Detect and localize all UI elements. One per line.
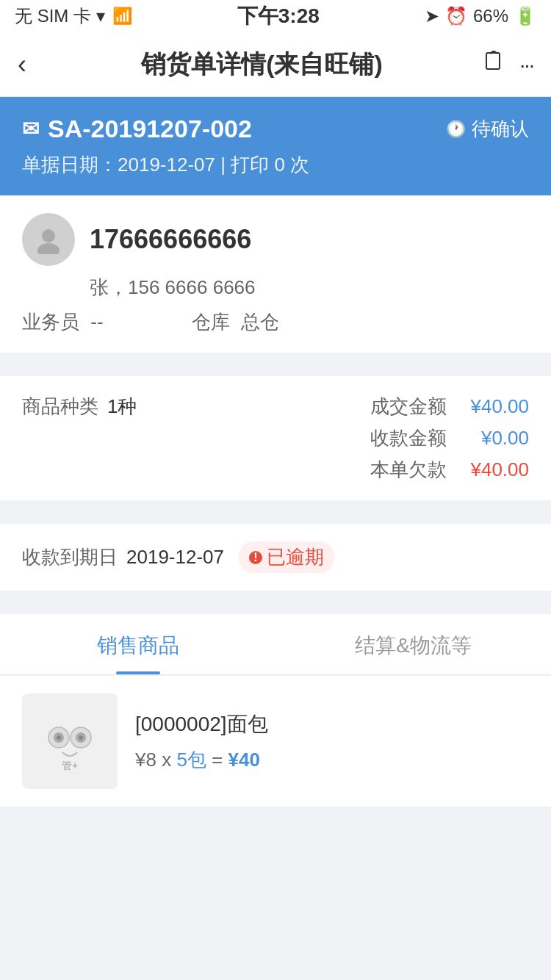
- divider-2: [0, 512, 551, 524]
- balance-value: ¥40.00: [455, 458, 529, 481]
- product-name: [0000002]面包: [135, 710, 529, 738]
- received-label: 收款金额: [370, 425, 447, 451]
- tab-sales-products[interactable]: 销售商品: [0, 614, 276, 674]
- order-header-top: ✉ SA-20191207-002 🕐 待确认: [22, 115, 529, 143]
- no-sim-text: 无 SIM 卡 ▾: [15, 4, 105, 28]
- stats-left: 商品种类 1种: [22, 394, 370, 419]
- nav-bar: ‹ 销货单详情(来自旺铺) ···: [0, 32, 551, 97]
- status-text: 待确认: [472, 116, 529, 142]
- type-value: 1种: [107, 394, 137, 419]
- nav-actions: ···: [483, 51, 533, 78]
- customer-meta: 业务员 -- 仓库 总仓: [22, 309, 529, 335]
- more-button[interactable]: ···: [519, 52, 533, 77]
- order-id-text: SA-20191207-002: [48, 115, 252, 143]
- divider-3: [0, 602, 551, 614]
- status-time: 下午3:28: [237, 2, 320, 30]
- type-label: 商品种类: [22, 394, 98, 419]
- sales-rep-label: 业务员 --: [22, 309, 104, 335]
- customer-phone: 17666666666: [90, 224, 251, 255]
- divider-1: [0, 364, 551, 376]
- balance-label: 本单欠款: [370, 457, 447, 483]
- transaction-label: 成交金额: [370, 394, 447, 419]
- due-card: 收款到期日 2019-12-07 ! 已逾期: [0, 524, 551, 591]
- tab-settlement-label: 结算&物流等: [355, 634, 472, 657]
- tab-settlement[interactable]: 结算&物流等: [276, 614, 551, 674]
- share-button[interactable]: [483, 51, 505, 78]
- content-spacer: [0, 807, 551, 954]
- wifi-icon: 📶: [112, 7, 132, 26]
- customer-name: 张，156 6666 6666: [22, 275, 529, 300]
- product-image: 管+: [22, 693, 118, 789]
- svg-point-8: [57, 735, 61, 740]
- customer-card: 17666666666 张，156 6666 6666 业务员 -- 仓库 总仓: [0, 195, 551, 353]
- received-row: 收款金额 ¥0.00: [370, 425, 529, 451]
- overdue-badge: ! 已逾期: [239, 541, 334, 573]
- status-right: ➤ ⏰ 66% 🔋: [425, 6, 536, 26]
- location-icon: ➤: [425, 6, 439, 26]
- avatar: [22, 213, 75, 266]
- stats-card: 商品种类 1种 成交金额 ¥40.00 收款金额 ¥0.00 本单欠款 ¥40.…: [0, 376, 551, 500]
- order-date: 单据日期：2019-12-07 | 打印 0 次: [22, 152, 529, 178]
- transaction-value: ¥40.00: [455, 395, 529, 418]
- stats-right: 成交金额 ¥40.00 收款金额 ¥0.00 本单欠款 ¥40.00: [370, 394, 529, 483]
- due-date-label: 收款到期日: [22, 544, 118, 570]
- due-date-value: 2019-12-07: [126, 546, 224, 569]
- price-total: ¥40: [228, 749, 259, 771]
- status-left: 无 SIM 卡 ▾ 📶: [15, 4, 132, 28]
- back-button[interactable]: ‹: [18, 49, 41, 80]
- customer-row: 17666666666: [22, 213, 529, 266]
- order-status: 🕐 待确认: [446, 116, 529, 142]
- status-bar: 无 SIM 卡 ▾ 📶 下午3:28 ➤ ⏰ 66% 🔋: [0, 0, 551, 32]
- sales-rep-value: --: [90, 311, 103, 333]
- tab-sales-label: 销售商品: [97, 634, 179, 657]
- alarm-icon: ⏰: [445, 6, 467, 26]
- svg-point-3: [37, 243, 60, 254]
- warehouse-label: 仓库 总仓: [192, 309, 279, 335]
- tabs-bar: 销售商品 结算&物流等: [0, 614, 551, 675]
- transaction-row: 成交金额 ¥40.00: [370, 394, 529, 419]
- svg-point-2: [42, 229, 55, 242]
- svg-rect-0: [486, 53, 500, 69]
- received-value: ¥0.00: [455, 427, 529, 450]
- price-eq: =: [206, 749, 228, 771]
- overdue-dot-icon: !: [249, 551, 262, 564]
- page-title: 销货单详情(来自旺铺): [41, 48, 483, 82]
- order-header: ✉ SA-20191207-002 🕐 待确认 单据日期：2019-12-07 …: [0, 97, 551, 195]
- overdue-text: 已逾期: [267, 544, 324, 570]
- svg-text:管+: 管+: [62, 760, 78, 771]
- battery-text: 66%: [473, 6, 508, 26]
- clock-icon: 🕐: [446, 120, 466, 139]
- bottom-area: 旺铺订单确认: [0, 954, 551, 980]
- product-card: 管+ [0000002]面包 ¥8 x 5包 = ¥40: [0, 676, 551, 807]
- product-info: [0000002]面包 ¥8 x 5包 = ¥40: [135, 710, 529, 773]
- order-id: ✉ SA-20191207-002: [22, 115, 252, 143]
- product-price: ¥8 x 5包 = ¥40: [135, 747, 529, 773]
- price-qty: 5包: [176, 749, 206, 771]
- envelope-icon: ✉: [22, 117, 39, 141]
- battery-icon: 🔋: [514, 6, 536, 26]
- price-unit: ¥8 x: [135, 749, 176, 771]
- balance-row: 本单欠款 ¥40.00: [370, 457, 529, 483]
- warehouse-value: 总仓: [241, 311, 279, 333]
- svg-point-9: [79, 735, 83, 740]
